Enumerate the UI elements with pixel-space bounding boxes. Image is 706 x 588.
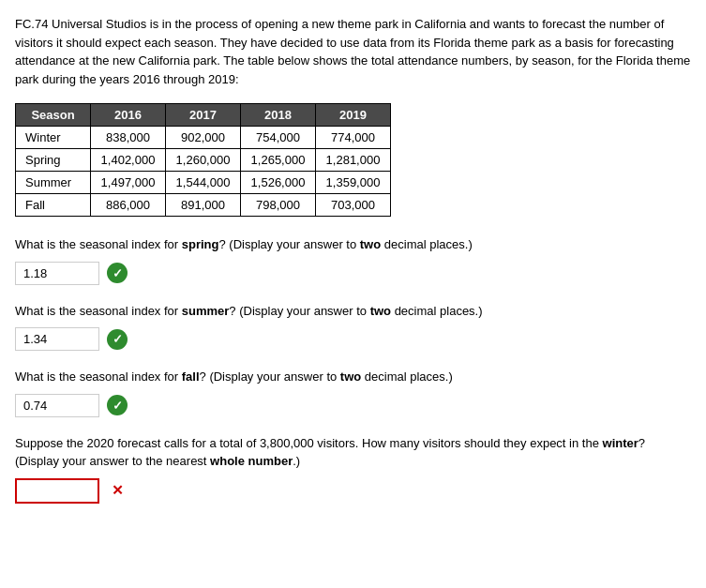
attendance-table: Season 2016 2017 2018 2019 Winter838,000… xyxy=(15,103,391,217)
final-question-bold-term: winter xyxy=(603,436,638,450)
table-cell-value: 891,000 xyxy=(166,194,241,217)
question-text-fall: What is the seasonal index for fall? (Di… xyxy=(15,368,691,386)
table-cell-value: 774,000 xyxy=(316,127,391,149)
question-block-fall: What is the seasonal index for fall? (Di… xyxy=(15,368,691,417)
col-header-2019: 2019 xyxy=(316,104,391,127)
final-answer-input[interactable]: 703000 xyxy=(15,478,99,504)
status-icon-fall: ✓ xyxy=(107,395,128,415)
table-cell-value: 1,281,000 xyxy=(316,149,391,172)
check-icon: ✓ xyxy=(113,332,123,346)
table-cell-value: 1,544,000 xyxy=(166,172,241,194)
final-question-text-before: Suppose the 2020 forecast calls for a to… xyxy=(15,436,603,450)
check-icon: ✓ xyxy=(113,399,123,413)
answer-input-summer[interactable] xyxy=(15,327,99,351)
col-header-2016: 2016 xyxy=(91,104,166,127)
table-cell-season: Winter xyxy=(16,127,91,149)
final-status-icon: ✕ xyxy=(107,480,128,501)
table-cell-value: 798,000 xyxy=(241,194,316,217)
x-icon: ✕ xyxy=(112,482,124,499)
table-cell-season: Summer xyxy=(16,172,91,194)
table-cell-value: 838,000 xyxy=(91,127,166,149)
table-row: Spring1,402,0001,260,0001,265,0001,281,0… xyxy=(16,149,391,172)
table-cell-value: 902,000 xyxy=(166,127,241,149)
final-question-bold-precision: whole number xyxy=(210,454,293,468)
check-icon: ✓ xyxy=(113,266,123,280)
table-cell-season: Spring xyxy=(16,149,91,172)
col-header-2018: 2018 xyxy=(241,104,316,127)
answer-input-fall[interactable] xyxy=(15,394,99,417)
table-cell-value: 754,000 xyxy=(241,127,316,149)
final-question-text: Suppose the 2020 forecast calls for a to… xyxy=(15,434,691,471)
col-header-2017: 2017 xyxy=(166,104,241,127)
final-question-text-end: .) xyxy=(293,454,300,468)
table-cell-value: 1,260,000 xyxy=(166,149,241,172)
table-cell-value: 1,265,000 xyxy=(241,149,316,172)
table-cell-value: 1,497,000 xyxy=(91,172,166,194)
table-cell-value: 886,000 xyxy=(91,194,166,217)
col-header-season: Season xyxy=(16,104,91,127)
table-row: Winter838,000902,000754,000774,000 xyxy=(16,127,391,149)
question-block-spring: What is the seasonal index for spring? (… xyxy=(15,235,691,285)
table-cell-value: 1,402,000 xyxy=(91,149,166,172)
status-icon-summer: ✓ xyxy=(107,329,128,350)
table-cell-value: 1,526,000 xyxy=(241,172,316,194)
table-row: Summer1,497,0001,544,0001,526,0001,359,0… xyxy=(16,172,391,194)
table-cell-value: 703,000 xyxy=(316,194,391,217)
table-cell-value: 1,359,000 xyxy=(316,172,391,194)
question-text-summer: What is the seasonal index for summer? (… xyxy=(15,302,691,321)
question-text-spring: What is the seasonal index for spring? (… xyxy=(15,235,691,254)
table-row: Fall886,000891,000798,000703,000 xyxy=(16,194,391,217)
question-block-summer: What is the seasonal index for summer? (… xyxy=(15,302,691,352)
intro-paragraph: FC.74 Universal Studios is in the proces… xyxy=(15,15,691,88)
status-icon-spring: ✓ xyxy=(107,263,128,283)
table-cell-season: Fall xyxy=(16,194,91,217)
answer-input-spring[interactable] xyxy=(15,262,99,285)
final-question-block: Suppose the 2020 forecast calls for a to… xyxy=(15,434,691,504)
